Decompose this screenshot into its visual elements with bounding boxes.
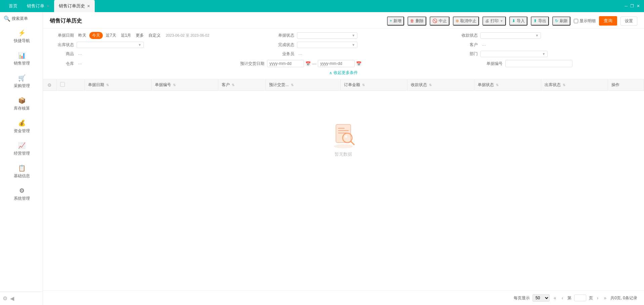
table-col-doc-date[interactable]: 单据日期 ⇅ — [85, 79, 152, 91]
import-label: 导入 — [517, 18, 525, 24]
warehouse-input[interactable]: ··· — [78, 61, 82, 66]
quick-nav-icon: ⚡ — [18, 29, 26, 37]
empty-state-cell: 暂无数据 — [43, 91, 644, 185]
sidebar-item-system[interactable]: ⚙ 系统管理 — [0, 183, 43, 205]
svg-point-7 — [345, 135, 347, 138]
delivery-date-from-calendar[interactable]: 📅 — [305, 61, 311, 66]
stop-button[interactable]: 🚫 中止 — [430, 16, 449, 26]
table-col-customer-label: 客户 — [222, 82, 230, 87]
table-settings-icon[interactable]: ⚙ — [47, 82, 52, 88]
tab-sales-order-close[interactable]: ✕ — [46, 4, 49, 8]
main-layout: 🔍 搜索菜单 ⚡ 快捷导航 📊 销售管理 🛒 采购管理 📦 库存核算 💰 资金管… — [0, 12, 644, 305]
table-col-amount[interactable]: 订单金额 ⇅ — [341, 79, 407, 91]
prev-page-button[interactable]: ‹ — [560, 295, 565, 301]
sidebar-item-purchase[interactable]: 🛒 采购管理 — [0, 70, 43, 93]
filter-group-delivery-status: 出库状态 ▼ — [50, 42, 270, 48]
collapse-label: 收起更多条件 — [334, 70, 358, 76]
window-minimize-button[interactable]: ─ — [625, 4, 628, 8]
salesman-input[interactable]: ··· — [298, 51, 302, 57]
date-label: 单据日期 — [50, 33, 77, 38]
sidebar-item-finance[interactable]: 💰 资金管理 — [0, 115, 43, 138]
refresh-button[interactable]: ↻ 刷新 — [552, 16, 570, 26]
header-checkbox[interactable] — [60, 82, 65, 87]
doc-no-input[interactable] — [505, 60, 572, 67]
search-icon: 🔍 — [4, 15, 10, 22]
cancel-stop-label: 取消中止 — [460, 18, 476, 24]
new-label: 新增 — [393, 18, 401, 24]
payment-status-select[interactable]: ▼ — [480, 32, 541, 39]
completion-status-select[interactable]: ▼ — [297, 42, 357, 48]
delivery-date-to-input[interactable] — [318, 60, 355, 67]
table-col-settings[interactable]: ⚙ — [43, 79, 56, 91]
cancel-stop-button[interactable]: ⊗ 取消中止 — [453, 16, 479, 26]
doc-status-label: 单据状态 — [270, 33, 297, 38]
delivery-date-sort-icon: ⇅ — [291, 83, 294, 87]
table-col-delivery-status[interactable]: 出库状态 ⇅ — [541, 79, 608, 91]
table-col-checkbox[interactable] — [56, 79, 85, 91]
svg-point-0 — [334, 144, 353, 148]
current-page-input[interactable]: 1 — [574, 295, 586, 301]
sidebar-settings-icon[interactable]: ⚙ — [3, 295, 7, 302]
set-button[interactable]: 设置 — [620, 16, 637, 26]
sidebar-item-sales[interactable]: 📊 销售管理 — [0, 48, 43, 70]
stop-icon: 🚫 — [432, 18, 437, 23]
table-col-delivery-date[interactable]: 预计交货... ⇅ — [266, 79, 341, 91]
date-btn-7days[interactable]: 近7天 — [104, 32, 118, 39]
goods-label: 商品 — [50, 51, 77, 57]
export-button[interactable]: ⬆ 导出 — [531, 16, 549, 26]
dept-select[interactable]: ▼ — [480, 51, 548, 57]
table-col-customer[interactable]: 客户 ⇅ — [218, 79, 266, 91]
delivery-date-to-wrap: 📅 — [318, 60, 361, 67]
date-range-text: 2023-06-02 至 2023-06-02 — [166, 33, 209, 38]
window-restore-button[interactable]: ❐ — [630, 4, 634, 8]
export-icon: ⬆ — [533, 18, 537, 23]
doc-no-sort-icon: ⇅ — [173, 83, 176, 87]
date-btn-yesterday[interactable]: 昨天 — [77, 32, 88, 39]
date-btn-more[interactable]: 更多 — [134, 32, 145, 39]
export-label: 导出 — [538, 18, 546, 24]
sidebar-item-basics[interactable]: 📋 基础信息 — [0, 160, 43, 183]
date-btn-today[interactable]: 今天 — [89, 32, 103, 39]
delivery-status-select[interactable]: ▼ — [77, 42, 144, 48]
goods-input[interactable]: ··· — [78, 51, 82, 57]
delivery-date-to-calendar[interactable]: 📅 — [356, 61, 361, 66]
top-bar-window-actions: ─ ❐ ✕ — [625, 4, 640, 8]
delete-button[interactable]: 🗑 删除 — [407, 16, 426, 26]
sidebar-item-quick-nav[interactable]: ⚡ 快捷导航 — [0, 25, 43, 48]
sidebar-search[interactable]: 🔍 搜索菜单 — [0, 12, 43, 25]
doc-status-select[interactable]: ▼ — [297, 32, 357, 39]
import-button[interactable]: ⬇ 导入 — [509, 16, 527, 26]
next-page-button[interactable]: › — [596, 295, 600, 301]
tab-sales-order-history[interactable]: 销售订单历史 ✕ — [54, 0, 95, 12]
first-page-button[interactable]: « — [552, 295, 558, 301]
sidebar-item-inventory[interactable]: 📦 库存核算 — [0, 93, 43, 115]
tab-home[interactable]: 首页 — [4, 0, 22, 12]
last-page-button[interactable]: » — [602, 295, 608, 301]
doc-no-label: 单据编号 — [478, 61, 505, 67]
print-label: 打印 — [490, 18, 499, 24]
table-col-doc-date-label: 单据日期 — [88, 82, 104, 87]
date-btn-1month[interactable]: 近1月 — [119, 32, 133, 39]
table-col-doc-no[interactable]: 单据编号 ⇅ — [151, 79, 218, 91]
customer-input[interactable]: ··· — [482, 42, 486, 48]
show-detail-checkbox[interactable] — [574, 19, 578, 23]
window-close-button[interactable]: ✕ — [637, 4, 640, 8]
table-col-payment-status[interactable]: 收款状态 ⇅ — [407, 79, 474, 91]
show-detail-checkbox-label[interactable]: 显示明细 — [574, 18, 596, 24]
table-col-operation-label: 操作 — [611, 82, 619, 87]
collapse-row[interactable]: ∧ 收起更多条件 — [50, 70, 637, 76]
print-button[interactable]: 🖨 打印 ▼ — [482, 16, 506, 26]
table-col-doc-status-label: 单据状态 — [478, 82, 494, 87]
top-bar: 首页 销售订单 ✕ 销售订单历史 ✕ ─ ❐ ✕ — [0, 0, 644, 12]
new-button[interactable]: + 新增 — [387, 16, 404, 26]
date-btn-custom[interactable]: 自定义 — [147, 32, 162, 39]
sidebar-item-operations[interactable]: 📈 经营管理 — [0, 138, 43, 160]
tab-sales-order-history-close[interactable]: ✕ — [87, 4, 90, 8]
sidebar-collapse-icon[interactable]: ◀ — [10, 295, 14, 302]
table-col-doc-status[interactable]: 单据状态 ⇅ — [474, 79, 541, 91]
tab-sales-order[interactable]: 销售订单 ✕ — [22, 0, 54, 12]
date-range-buttons: 昨天 今天 近7天 近1月 更多 自定义 — [77, 32, 162, 39]
page-size-select[interactable]: 10 20 50 100 — [532, 294, 550, 302]
query-button[interactable]: 查询 — [599, 16, 617, 26]
delivery-date-from-input[interactable] — [267, 60, 304, 67]
